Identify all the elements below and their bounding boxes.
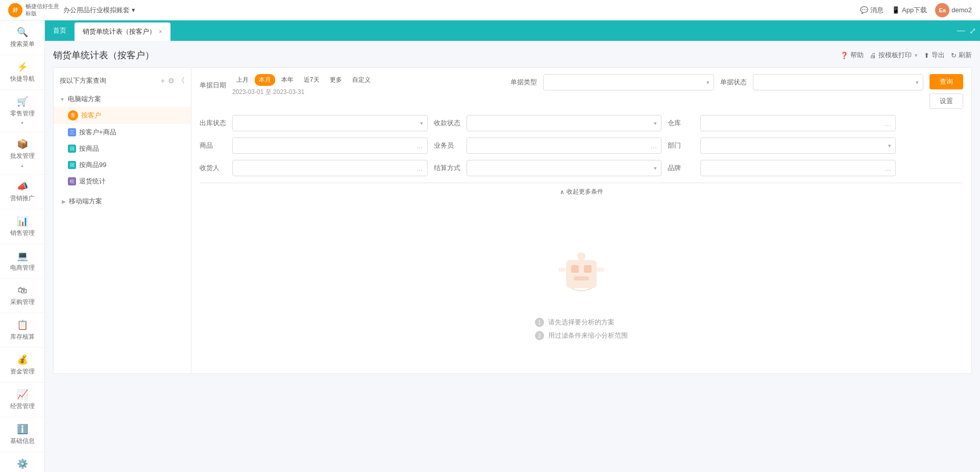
tab-maximize-button[interactable]: ⤢ <box>969 26 976 36</box>
tab-home[interactable]: 首页 <box>45 20 75 41</box>
department-select[interactable]: ▾ <box>700 137 896 154</box>
warehouse-label: 仓库 <box>668 119 696 128</box>
help-button[interactable]: ❓ 帮助 <box>840 51 864 60</box>
collapse-more-button[interactable]: ∧ 收起更多条件 <box>200 183 963 200</box>
tab-active[interactable]: 销货单统计表（按客户） × <box>75 22 170 41</box>
print-dropdown-arrow: ▾ <box>915 52 918 59</box>
scheme-settings-button[interactable]: ⚙ <box>168 77 175 85</box>
empty-illustration <box>551 240 612 312</box>
collapse-icon: ∧ <box>560 188 565 196</box>
sidebar-item-finance[interactable]: 💰 资金管理 <box>0 348 44 383</box>
query-button[interactable]: 查询 <box>929 74 963 89</box>
sidebar-item-sales[interactable]: 📊 销售管理 <box>0 209 44 244</box>
receiver-filter: 收货人 … <box>200 160 428 176</box>
order-type-filter: 单据类型 ▾ <box>510 74 714 90</box>
this-year-button[interactable]: 本年 <box>277 74 298 86</box>
bag-icon: 🛍 <box>18 285 27 296</box>
tab-bar: 首页 销货单统计表（按客户） × — ⤢ <box>45 20 980 41</box>
settlement-label: 结算方式 <box>434 163 462 173</box>
filter-row-2: 出库状态 ▾ 收款状态 <box>200 115 963 131</box>
page-header: 销货单统计表（按客户） ❓ 帮助 🖨 按模板打印 ▾ ⬆ <box>53 49 972 61</box>
brand-select[interactable]: … <box>700 160 896 176</box>
account-selector[interactable]: 办公用品行业模拟账套 ▾ <box>63 6 135 15</box>
department-label: 部门 <box>668 141 696 150</box>
user-menu[interactable]: Ea demo2 <box>935 3 972 17</box>
sidebar-item-quicknav[interactable]: ⚡ 快捷导航 <box>0 55 44 90</box>
tree-item-by-goods99[interactable]: 回 按商品99 <box>54 157 191 173</box>
print-button[interactable]: 🖨 按模板打印 ▾ <box>870 51 918 60</box>
last-month-button[interactable]: 上月 <box>232 74 253 86</box>
tree-toggle-desktop: ▼ <box>60 97 65 102</box>
payment-status-select[interactable]: ▾ <box>467 115 662 131</box>
salesperson-ellipsis[interactable]: … <box>650 142 657 150</box>
message-button[interactable]: 💬 消息 <box>860 6 884 15</box>
tree-mobile-section[interactable]: ▶ 移动端方案 <box>54 194 191 209</box>
content-area: 首页 销货单统计表（按客户） × — ⤢ 销货单统计表（按客户） <box>45 20 980 472</box>
goods-select[interactable]: … <box>232 137 428 154</box>
sidebar-item-inventory[interactable]: 📋 库存核算 <box>0 313 44 348</box>
tree-item-by-customer-goods[interactable]: 三 按客户+商品 <box>54 124 191 140</box>
tree-item-by-goods[interactable]: 回 按商品 <box>54 140 191 157</box>
salesperson-filter: 业务员 … <box>434 137 662 154</box>
export-button[interactable]: ⬆ 导出 <box>924 51 945 60</box>
svg-rect-2 <box>584 265 592 273</box>
gear-icon: ⚙️ <box>17 458 28 469</box>
empty-tips: 1 请先选择要分析的方案 2 用过滤条件来缩小分析范围 <box>535 318 628 340</box>
more-dates-button[interactable]: 更多 <box>326 74 346 86</box>
add-scheme-button[interactable]: + <box>161 77 165 85</box>
order-status-label: 单据状态 <box>720 78 749 87</box>
receiver-select[interactable]: … <box>232 160 428 176</box>
order-type-select[interactable]: ▾ <box>543 74 714 90</box>
order-type-arrow: ▾ <box>706 79 709 86</box>
top-bar-left: 好 畅捷信好生意 标版 办公用品行业模拟账套 ▾ <box>8 3 135 17</box>
left-panel-header: 按以下方案查询 + ⚙ 《 <box>54 72 191 89</box>
order-status-select[interactable]: ▾ <box>753 74 923 90</box>
receiver-ellipsis[interactable]: … <box>416 164 423 172</box>
tree-item-by-customer[interactable]: 客 按客户 <box>54 107 191 124</box>
tab-minimize-button[interactable]: — <box>957 26 965 35</box>
logo-text: 畅捷信好生意 标版 <box>26 3 59 16</box>
settlement-select[interactable]: ▾ <box>467 160 662 176</box>
brand-ellipsis[interactable]: … <box>885 164 891 172</box>
settings-button[interactable]: 设置 <box>929 93 963 109</box>
collapse-panel-button[interactable]: 《 <box>178 76 185 85</box>
out-status-select[interactable]: ▾ <box>232 115 428 131</box>
brand-filter: 品牌 … <box>668 160 896 176</box>
goods-ellipsis[interactable]: … <box>416 142 423 150</box>
filter-row-4: 收货人 … 结算方式 <box>200 160 963 176</box>
goods-filter: 商品 … <box>200 137 428 154</box>
search-icon: 🔍 <box>17 27 28 38</box>
left-panel-actions: + ⚙ 《 <box>161 76 185 85</box>
returns-icon: 柱 <box>68 177 76 185</box>
brand-label: 品牌 <box>668 163 696 173</box>
action-buttons: 查询 设置 <box>929 74 963 109</box>
desktop-schemes-section: ▼ 电脑端方案 客 按客户 三 按客户+商品 <box>54 89 191 192</box>
sidebar-item-wholesale[interactable]: 📦 批发管理 ▴ <box>0 132 44 175</box>
warehouse-ellipsis[interactable]: … <box>885 120 891 127</box>
last7days-button[interactable]: 近7天 <box>300 74 324 86</box>
payment-status-filter: 收款状态 ▾ <box>434 115 662 131</box>
tree-desktop-section[interactable]: ▼ 电脑端方案 <box>54 91 191 107</box>
refresh-button[interactable]: ↻ 刷新 <box>951 51 972 60</box>
custom-date-button[interactable]: 自定义 <box>348 74 375 86</box>
sidebar-item-retail[interactable]: 🛒 零售管理 ▾ <box>0 90 44 132</box>
sidebar-item-basics[interactable]: ℹ️ 基础信息 <box>0 417 44 452</box>
date-label: 单据日期 <box>200 81 228 90</box>
sidebar-item-operations[interactable]: 📈 经营管理 <box>0 383 44 417</box>
salesperson-select[interactable]: … <box>467 137 662 154</box>
warehouse-select[interactable]: … <box>700 115 896 131</box>
tab-close-button[interactable]: × <box>159 28 162 35</box>
sidebar-item-marketing[interactable]: 📣 营销推广 <box>0 175 44 209</box>
this-month-button[interactable]: 本月 <box>255 74 275 86</box>
sidebar-item-ecommerce[interactable]: 💻 电商管理 <box>0 244 44 279</box>
page-actions: ❓ 帮助 🖨 按模板打印 ▾ ⬆ 导出 ↻ <box>840 51 972 60</box>
sidebar-item-system[interactable]: ⚙️ 系统管理 <box>0 452 44 472</box>
svg-rect-7 <box>597 268 604 272</box>
tree-item-returns[interactable]: 柱 退货统计 <box>54 173 191 190</box>
goods99-icon: 回 <box>68 161 76 169</box>
sidebar-item-search[interactable]: 🔍 搜索菜单 <box>0 20 44 55</box>
order-type-label: 单据类型 <box>510 78 539 87</box>
app-download-button[interactable]: 📱 App下载 <box>892 6 927 15</box>
download-icon: 📱 <box>892 6 900 14</box>
sidebar-item-procurement[interactable]: 🛍 采购管理 <box>0 279 44 313</box>
